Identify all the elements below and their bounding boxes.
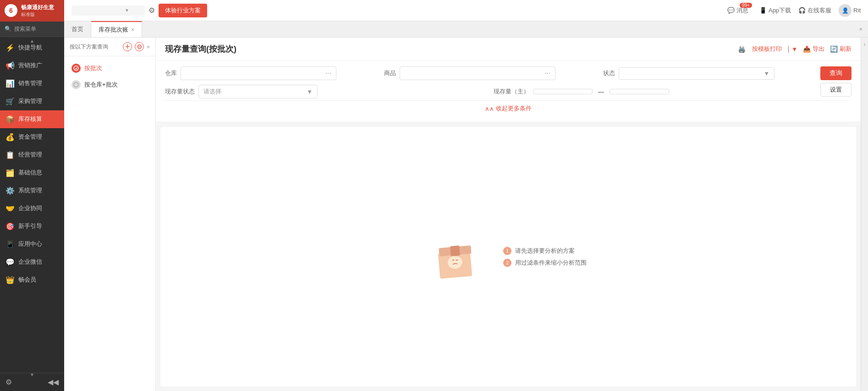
inventory-status-placeholder: 请选择 bbox=[203, 87, 221, 96]
plan-icon-warehouse-batch bbox=[71, 80, 81, 89]
page-title: 现存量查询(按批次) bbox=[165, 43, 236, 54]
search-icon: 🔍 bbox=[5, 26, 11, 32]
left-panel-title: 按以下方案查询 bbox=[70, 43, 108, 51]
print-button[interactable]: 按模板打印 bbox=[747, 43, 786, 55]
plan-icon-batch bbox=[71, 64, 81, 73]
inventory-status-select[interactable]: 请选择 ▼ bbox=[198, 85, 318, 98]
refresh-button[interactable]: 🔄 刷新 bbox=[830, 45, 852, 53]
product-input[interactable]: ··· bbox=[400, 66, 555, 80]
product-filter: 商品 ··· bbox=[384, 66, 596, 80]
topbar-search-input[interactable] bbox=[76, 7, 122, 14]
online-service-button[interactable]: 🎧 在线客服 bbox=[798, 6, 831, 15]
sidebar-item-system[interactable]: ⚙️ 系统管理 bbox=[0, 182, 64, 200]
phone-icon: 📱 bbox=[759, 7, 767, 14]
print-icon: 🖨️ bbox=[738, 45, 746, 53]
warehouse-dots[interactable]: ··· bbox=[325, 69, 331, 77]
warehouse-label: 仓库 bbox=[165, 69, 177, 77]
settings-gear-icon[interactable]: ⚙ bbox=[5, 378, 12, 386]
collapse-more-button[interactable]: ∧∧ 收起更多条件 bbox=[165, 100, 852, 116]
sidebar-item-inventory[interactable]: 📦 库存核算 bbox=[0, 110, 64, 128]
sidebar-item-sales[interactable]: 📊 销售管理 bbox=[0, 75, 64, 92]
inventory-qty-to[interactable] bbox=[610, 89, 669, 94]
purchase-icon: 🛒 bbox=[5, 97, 15, 106]
guide-icon: 🎯 bbox=[5, 222, 15, 231]
status-select[interactable]: ▼ bbox=[619, 67, 775, 80]
inventory-status-filter: 现存量状态 请选择 ▼ bbox=[165, 85, 486, 98]
appstore-icon: 📱 bbox=[5, 240, 15, 249]
topbar-left: ▼ ⚙ 体验行业方案 bbox=[71, 4, 722, 17]
empty-tip-1: 1 请先选择要分析的方案 bbox=[503, 247, 587, 255]
left-panel: 按以下方案查询 + ⚙ « 按批次 按仓库 bbox=[64, 38, 156, 391]
print-btn-group: 🖨️ 按模板打印 ▼ bbox=[738, 43, 797, 55]
sidebar-item-appstore[interactable]: 📱 应用中心 bbox=[0, 235, 64, 253]
filter-row-1: 仓库 ··· 商品 ··· bbox=[165, 66, 815, 80]
tab-close-icon[interactable]: × bbox=[131, 27, 134, 33]
messages-button[interactable]: 💬 消息 99+ bbox=[727, 6, 748, 15]
sidebar-item-guide[interactable]: 🎯 新手引导 bbox=[0, 217, 64, 235]
sidebar: 6 畅康通好生意 标准版 🔍 搜索菜单 ▲ ⚡ 快捷导航 📢 营销推广 📊 销售… bbox=[0, 0, 64, 391]
tab-close-page-icon[interactable]: × bbox=[853, 26, 868, 33]
topbar-search-dropdown-icon[interactable]: ▼ bbox=[125, 8, 129, 13]
empty-tip-2: 2 用过滤条件来缩小分析范围 bbox=[503, 259, 587, 267]
quicknav-icon: ⚡ bbox=[5, 43, 15, 52]
member-icon: 👑 bbox=[5, 276, 15, 284]
sidebar-nav: ⚡ 快捷导航 📢 营销推广 📊 销售管理 🛒 采购管理 📦 库存核算 💰 资金管… bbox=[0, 39, 64, 371]
topbar: ▼ ⚙ 体验行业方案 💬 消息 99+ 📱 App下载 🎧 在线客服 👤 bbox=[64, 0, 868, 21]
plan-settings-icon[interactable]: ⚙ bbox=[135, 42, 144, 51]
sidebar-item-finance[interactable]: 💰 资金管理 bbox=[0, 128, 64, 146]
page-header: 现存量查询(按批次) 🖨️ 按模板打印 ▼ 📤 导出 🔄 刷新 bbox=[156, 38, 861, 61]
right-handle[interactable]: › bbox=[861, 38, 868, 391]
tip1-text: 请先选择要分析的方案 bbox=[515, 247, 575, 255]
export-button[interactable]: 📤 导出 bbox=[803, 45, 824, 53]
sales-icon: 📊 bbox=[5, 79, 15, 88]
sidebar-item-basic[interactable]: 🗂️ 基础信息 bbox=[0, 164, 64, 182]
app-download-button[interactable]: 📱 App下载 bbox=[759, 6, 791, 15]
status-label: 状态 bbox=[603, 69, 615, 77]
close-icon: × bbox=[859, 26, 863, 33]
svg-point-1 bbox=[74, 82, 78, 87]
collapse-up-icon: ∧∧ bbox=[485, 105, 494, 112]
trial-button[interactable]: 体验行业方案 bbox=[159, 4, 207, 17]
product-dots[interactable]: ··· bbox=[544, 69, 550, 77]
product-label: 商品 bbox=[384, 69, 396, 77]
tabbar: 首页 库存批次账 × × bbox=[64, 21, 868, 38]
warehouse-input[interactable]: ··· bbox=[181, 66, 336, 80]
tip1-number: 1 bbox=[503, 247, 511, 255]
sidebar-search[interactable]: 🔍 搜索菜单 bbox=[0, 22, 64, 37]
tip2-number: 2 bbox=[503, 259, 511, 267]
sidebar-item-quicknav[interactable]: ⚡ 快捷导航 bbox=[0, 39, 64, 57]
plan-item-by-warehouse-batch[interactable]: 按仓库+批次 bbox=[64, 76, 155, 93]
sidebar-item-member[interactable]: 👑 畅会员 bbox=[0, 271, 64, 289]
system-icon: ⚙️ bbox=[5, 186, 15, 195]
warehouse-filter: 仓库 ··· bbox=[165, 66, 377, 80]
plan-item-by-batch[interactable]: 按批次 bbox=[64, 60, 155, 76]
topbar-search-box[interactable]: ▼ bbox=[71, 5, 145, 16]
sidebar-item-purchase[interactable]: 🛒 采购管理 bbox=[0, 92, 64, 110]
tab-inventory-batch[interactable]: 库存批次账 × bbox=[91, 21, 142, 37]
add-plan-button[interactable]: + bbox=[123, 42, 132, 51]
sidebar-logo: 6 bbox=[5, 4, 17, 17]
collapse-sidebar-icon[interactable]: ◀◀ bbox=[48, 378, 59, 386]
filter-settings-button[interactable]: 设置 bbox=[820, 83, 852, 97]
qty-dash: — bbox=[596, 88, 606, 95]
sidebar-item-wechat[interactable]: 💬 企业微信 bbox=[0, 253, 64, 271]
query-button[interactable]: 查询 bbox=[820, 66, 852, 80]
inventory-qty-from[interactable] bbox=[533, 89, 593, 94]
refresh-icon: 🔄 bbox=[830, 45, 838, 53]
tab-home[interactable]: 首页 bbox=[64, 21, 91, 37]
sidebar-item-enterprise[interactable]: 🤝 企业协同 bbox=[0, 200, 64, 217]
wechat-icon: 💬 bbox=[5, 258, 15, 266]
topbar-gear-icon[interactable]: ⚙ bbox=[148, 6, 155, 15]
empty-illustration bbox=[430, 229, 485, 284]
sidebar-item-operation[interactable]: 📋 经营管理 bbox=[0, 146, 64, 164]
filter-action-buttons: 查询 设置 bbox=[820, 66, 852, 97]
sidebar-item-marketing[interactable]: 📢 营销推广 bbox=[0, 57, 64, 75]
print-dropdown-icon[interactable]: ▼ bbox=[788, 46, 797, 53]
messages-badge: 99+ bbox=[740, 3, 752, 8]
status-arrow-icon: ▼ bbox=[764, 70, 769, 77]
finance-icon: 💰 bbox=[5, 133, 15, 141]
user-menu[interactable]: 👤 Rit bbox=[839, 4, 861, 17]
content-area: 按以下方案查询 + ⚙ « 按批次 按仓库 bbox=[64, 38, 868, 391]
tab-home-label: 首页 bbox=[71, 25, 83, 33]
collapse-left-panel-icon[interactable]: « bbox=[147, 43, 150, 50]
